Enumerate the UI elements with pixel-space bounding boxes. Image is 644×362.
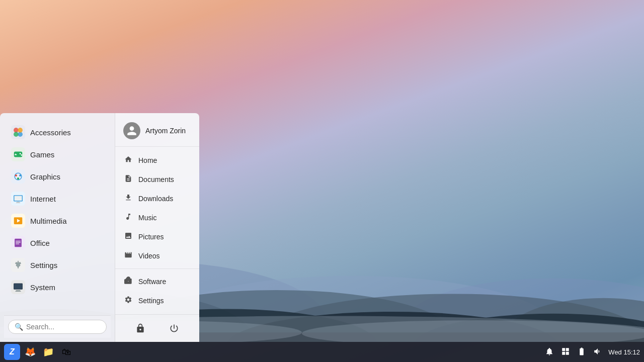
power-button[interactable] — [166, 320, 183, 337]
svg-point-17 — [18, 128, 23, 133]
extra-item-settings[interactable]: Settings — [115, 291, 199, 310]
videos-place-icon — [123, 251, 133, 261]
home-place-label: Home — [138, 156, 157, 164]
svg-rect-36 — [16, 242, 21, 243]
battery-icon[interactable] — [577, 347, 586, 357]
search-icon: 🔍 — [15, 323, 23, 331]
avatar — [123, 122, 140, 139]
lock-button[interactable] — [132, 320, 149, 337]
svg-rect-21 — [15, 154, 17, 155]
documents-place-label: Documents — [138, 175, 174, 184]
svg-rect-37 — [16, 243, 19, 244]
games-label: Games — [30, 150, 54, 159]
system-icon — [11, 280, 25, 294]
svg-point-27 — [17, 177, 19, 179]
settings-label: Settings — [30, 261, 57, 269]
search-bar: 🔍 — [4, 315, 111, 338]
software-extra-icon — [123, 277, 133, 287]
taskbar: Z🦊📁🛍 Wed 15:12 — [0, 342, 644, 362]
downloads-place-icon — [123, 194, 133, 204]
place-item-pictures[interactable]: Pictures — [115, 227, 199, 246]
categories-panel: Accessories Games Graphics Internet Mult… — [0, 113, 115, 342]
multimedia-label: Multimedia — [30, 217, 67, 225]
sidebar-item-office[interactable]: Office — [3, 232, 112, 254]
bottom-actions — [115, 314, 199, 342]
music-place-icon — [123, 213, 133, 223]
taskbar-left: Z🦊📁🛍 — [4, 344, 74, 360]
user-name-label: Artyom Zorin — [145, 127, 186, 135]
settings-extra-label: Settings — [138, 297, 164, 305]
downloads-place-label: Downloads — [138, 195, 173, 203]
music-place-label: Music — [138, 214, 157, 222]
place-item-music[interactable]: Music — [115, 208, 199, 227]
svg-point-15 — [14, 128, 19, 133]
place-item-documents[interactable]: Documents — [115, 170, 199, 189]
graphics-icon — [11, 169, 25, 184]
taskbar-right: Wed 15:12 — [545, 347, 640, 357]
svg-rect-29 — [14, 196, 22, 201]
system-label: System — [30, 283, 55, 292]
sidebar-item-games[interactable]: Games — [3, 143, 112, 165]
search-input[interactable] — [26, 323, 100, 331]
svg-point-23 — [21, 154, 23, 156]
svg-point-22 — [20, 153, 21, 154]
volume-icon[interactable] — [593, 347, 602, 357]
user-section[interactable]: Artyom Zorin — [115, 113, 199, 147]
sidebar-item-multimedia[interactable]: Multimedia — [3, 210, 112, 232]
taskbar-software-store[interactable]: 🛍 — [58, 344, 74, 360]
place-item-downloads[interactable]: Downloads — [115, 189, 199, 208]
place-item-videos[interactable]: Videos — [115, 246, 199, 265]
search-input-wrapper[interactable]: 🔍 — [8, 320, 107, 334]
places-separator — [115, 268, 199, 269]
sidebar-item-graphics[interactable]: Graphics — [3, 165, 112, 188]
svg-rect-42 — [16, 291, 21, 292]
office-icon — [11, 236, 25, 250]
notification-icon[interactable] — [545, 347, 554, 357]
office-label: Office — [30, 239, 50, 247]
app-menu: Accessories Games Graphics Internet Mult… — [0, 113, 199, 342]
accessories-label: Accessories — [30, 128, 71, 137]
accessories-icon — [11, 125, 25, 139]
svg-point-18 — [14, 132, 19, 137]
places-list: Home Documents Downloads Music Pictures … — [115, 147, 199, 314]
software-extra-label: Software — [138, 278, 166, 286]
taskbar-system-icons — [545, 347, 602, 357]
extra-item-software[interactable]: Software — [115, 272, 199, 291]
desktop-background: Accessories Games Graphics Internet Mult… — [0, 0, 644, 362]
sidebar-item-internet[interactable]: Internet — [3, 188, 112, 210]
internet-label: Internet — [30, 195, 56, 203]
games-icon — [11, 147, 25, 161]
svg-rect-41 — [16, 290, 20, 291]
settings-icon — [11, 258, 25, 272]
taskbar-zorin-menu[interactable]: Z — [4, 344, 20, 360]
sidebar-item-accessories[interactable]: Accessories — [3, 121, 112, 143]
sidebar-item-settings[interactable]: Settings — [3, 254, 112, 276]
clock: Wed 15:12 — [608, 348, 640, 356]
internet-icon — [11, 192, 25, 206]
places-panel: Artyom Zorin Home Documents Downloads Mu… — [115, 113, 199, 342]
pictures-place-icon — [123, 232, 133, 242]
svg-point-26 — [19, 174, 21, 176]
sidebar-item-system[interactable]: System — [3, 276, 112, 298]
taskbar-firefox[interactable]: 🦊 — [22, 344, 38, 360]
videos-place-label: Videos — [138, 252, 160, 260]
svg-point-25 — [15, 174, 17, 176]
svg-rect-30 — [17, 202, 20, 202]
documents-place-icon — [123, 174, 133, 185]
svg-point-16 — [18, 132, 23, 137]
place-item-home[interactable]: Home — [115, 151, 199, 170]
pictures-place-label: Pictures — [138, 233, 164, 241]
graphics-label: Graphics — [30, 172, 60, 181]
windows-icon[interactable] — [561, 347, 570, 357]
svg-rect-40 — [14, 284, 22, 289]
settings-extra-icon — [123, 296, 133, 306]
taskbar-files[interactable]: 📁 — [40, 344, 56, 360]
home-place-icon — [123, 155, 133, 165]
svg-rect-35 — [16, 241, 21, 241]
svg-rect-31 — [16, 203, 20, 203]
multimedia-icon — [11, 214, 25, 228]
